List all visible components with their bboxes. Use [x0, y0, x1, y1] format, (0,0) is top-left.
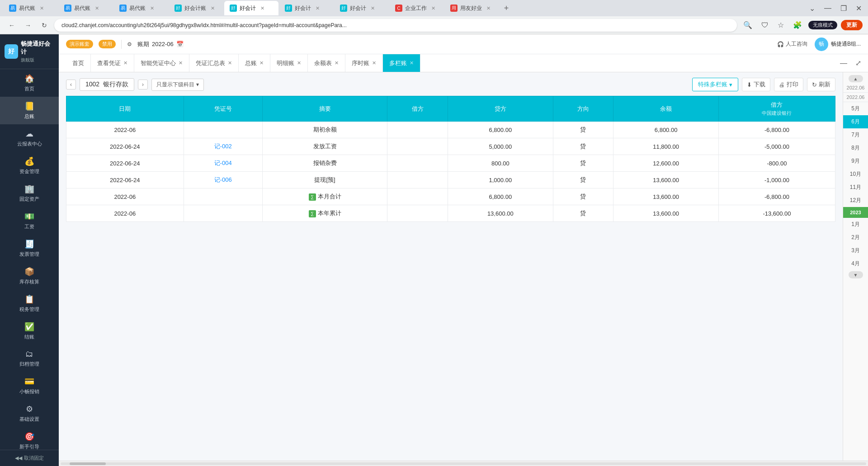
tab-close-smart[interactable]: ✕	[179, 60, 183, 66]
sidebar-item-ledger[interactable]: 📒 总账	[0, 97, 59, 124]
timeline-month-5[interactable]: 5月	[843, 102, 868, 115]
timeline-2023-month-3[interactable]: 3月	[843, 244, 868, 257]
sidebar-item-inventory[interactable]: 📦 库存核算	[0, 262, 59, 290]
browser-tab-5[interactable]: 好 好会计 ✕	[224, 1, 278, 15]
sidebar-item-cloud-report[interactable]: ☁ 云报表中心	[0, 124, 59, 152]
tab-close-seq[interactable]: ✕	[372, 60, 376, 66]
scroll-thumb[interactable]	[70, 462, 106, 465]
sidebar-item-home[interactable]: 🏠 首页	[0, 69, 59, 97]
tab-close-6[interactable]: ✕	[316, 5, 320, 11]
browser-tab-3[interactable]: 易 易代账 ✕	[114, 1, 168, 15]
timeline-month-6[interactable]: 6月	[843, 115, 868, 128]
tab-general-ledger[interactable]: 总账 ✕	[239, 54, 270, 72]
tab-close-detail[interactable]: ✕	[297, 60, 301, 66]
tab-close-balance[interactable]: ✕	[335, 60, 339, 66]
topbar-settings-button[interactable]: ⚙	[127, 41, 132, 47]
sidebar-item-guide[interactable]: 🎯 新手引导	[0, 427, 59, 450]
tab-close-general[interactable]: ✕	[259, 60, 264, 66]
tab-close-voucher-sum[interactable]: ✕	[228, 60, 232, 66]
back-button[interactable]: ←	[5, 19, 18, 32]
browser-tab-7[interactable]: 好 好会计 ✕	[335, 1, 389, 15]
timeline-2023-month-1[interactable]: 1月	[843, 218, 868, 231]
tab-close-voucher[interactable]: ✕	[123, 60, 127, 66]
tab-close-9[interactable]: ✕	[486, 5, 491, 11]
close-window-button[interactable]: ✕	[853, 3, 864, 14]
update-button[interactable]: 更新	[841, 20, 863, 30]
refresh-nav-button[interactable]: ↻	[38, 19, 51, 32]
cell-voucher[interactable]: 记-002	[184, 138, 262, 155]
timeline-2023-month-4[interactable]: 4月	[843, 257, 868, 270]
timeline-month-12[interactable]: 12月	[843, 194, 868, 207]
shield-icon[interactable]: 🛡	[759, 20, 771, 30]
panel-minimize-button[interactable]: —	[837, 57, 850, 70]
tab-list-button[interactable]: ⌄	[807, 3, 818, 14]
tab-smart-voucher[interactable]: 智能凭证中心 ✕	[134, 54, 189, 72]
forward-button[interactable]: →	[22, 19, 34, 32]
filter-dropdown[interactable]: 只显示下级科目 ▾	[151, 79, 204, 91]
sidebar-item-funds[interactable]: 💰 资金管理	[0, 152, 59, 179]
tab-close-7[interactable]: ✕	[371, 5, 375, 11]
address-input[interactable]	[54, 19, 737, 32]
timeline-scroll-up[interactable]: ▲	[849, 75, 863, 82]
browser-tab-2[interactable]: 易 易代账 ✕	[59, 1, 113, 15]
tab-home[interactable]: 首页	[66, 54, 91, 72]
sidebar-item-tax[interactable]: 📋 税务管理	[0, 290, 59, 317]
tab-close-3[interactable]: ✕	[150, 5, 154, 11]
new-tab-button[interactable]: +	[500, 2, 513, 14]
timeline-month-9[interactable]: 9月	[843, 155, 868, 168]
tab-voucher-summary[interactable]: 凭证汇总表 ✕	[189, 54, 239, 72]
sidebar-item-closing[interactable]: ✅ 结账	[0, 317, 59, 345]
cell-voucher[interactable]: 记-006	[184, 172, 262, 188]
next-account-button[interactable]: ›	[138, 80, 148, 89]
sidebar-pin-button[interactable]: ◀◀ 取消固定	[5, 455, 54, 461]
consultant-button[interactable]: 🎧 人工咨询	[777, 40, 807, 48]
stealth-button[interactable]: 无痕模式	[808, 21, 837, 29]
tab-close-4[interactable]: ✕	[211, 5, 215, 11]
sidebar-item-fixed-assets[interactable]: 🏢 固定资产	[0, 179, 59, 207]
tab-close-multi[interactable]: ✕	[410, 60, 414, 66]
refresh-ledger-button[interactable]: ↻ 刷新	[807, 78, 835, 91]
sidebar-item-archive[interactable]: 🗂 归档管理	[0, 345, 59, 372]
tab-voucher[interactable]: 查看凭证 ✕	[91, 54, 134, 72]
panel-expand-button[interactable]: ⤢	[852, 57, 864, 70]
tab-close-2[interactable]: ✕	[95, 5, 99, 11]
star-icon[interactable]: ☆	[775, 20, 787, 30]
print-button[interactable]: 🖨 打印	[774, 78, 803, 91]
extensions-icon[interactable]: 🧩	[790, 20, 805, 30]
minimize-button[interactable]: —	[821, 3, 834, 13]
sidebar-item-settings[interactable]: ⚙ 基础设置	[0, 400, 59, 427]
sidebar-item-expense[interactable]: 💳 小畅报销	[0, 372, 59, 400]
calendar-icon[interactable]: 📅	[176, 41, 184, 47]
tab-detail-ledger[interactable]: 明细账 ✕	[270, 54, 308, 72]
voucher-link[interactable]: 记-006	[214, 176, 232, 183]
demo-badge[interactable]: 演示账套	[66, 40, 93, 48]
timeline-month-10[interactable]: 10月	[843, 168, 868, 181]
timeline-month-11[interactable]: 11月	[843, 181, 868, 194]
browser-tab-1[interactable]: 易 易代账 ✕	[4, 1, 58, 15]
browser-tab-9[interactable]: 用 用友好业 ✕	[445, 1, 499, 15]
period-value[interactable]: 2022-06	[152, 41, 174, 47]
horizontal-scrollbar[interactable]	[59, 461, 868, 466]
multi-col-button[interactable]: 特殊多栏账 ▾	[692, 78, 738, 91]
sidebar-item-invoice[interactable]: 🧾 发票管理	[0, 235, 59, 262]
timeline-month-7[interactable]: 7月	[843, 128, 868, 141]
maximize-button[interactable]: ❐	[838, 3, 849, 14]
timeline-month-8[interactable]: 8月	[843, 141, 868, 155]
tab-multi-col[interactable]: 多栏账 ✕	[383, 54, 420, 72]
timeline-2023-month-2[interactable]: 2月	[843, 231, 868, 244]
tab-close-1[interactable]: ✕	[40, 5, 44, 11]
user-info[interactable]: 畅 畅捷通B组...	[815, 38, 861, 51]
voucher-link[interactable]: 记-002	[214, 143, 232, 150]
tab-seq-ledger[interactable]: 序时账 ✕	[345, 54, 383, 72]
tab-close-8[interactable]: ✕	[431, 5, 435, 11]
sidebar-item-salary[interactable]: 💵 工资	[0, 207, 59, 235]
search-icon[interactable]: 🔍	[741, 20, 755, 30]
browser-tab-4[interactable]: 好 好会计账 ✕	[169, 1, 223, 15]
voucher-link[interactable]: 记-004	[214, 160, 232, 166]
browser-tab-8[interactable]: C 企业工作 ✕	[390, 1, 444, 15]
timeline-scroll-down[interactable]: ▼	[849, 271, 863, 278]
tab-close-5[interactable]: ✕	[260, 5, 264, 11]
tab-balance[interactable]: 余额表 ✕	[308, 54, 345, 72]
download-button[interactable]: ⬇ 下载	[742, 78, 770, 91]
prev-account-button[interactable]: ‹	[66, 80, 76, 89]
